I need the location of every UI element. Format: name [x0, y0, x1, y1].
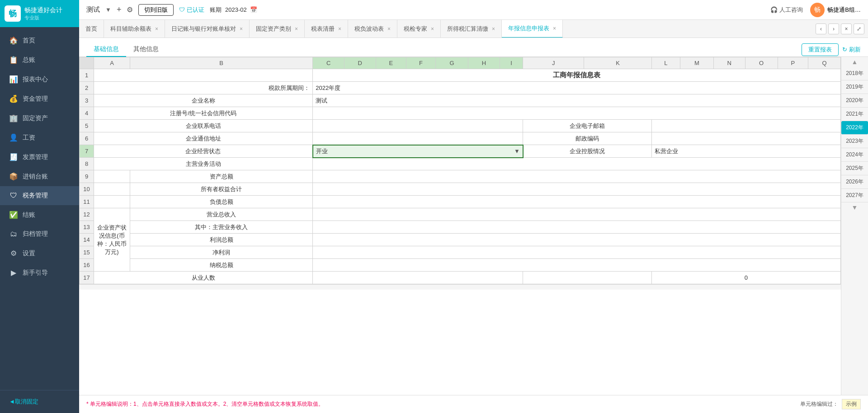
- spreadsheet-main[interactable]: A B C D E F G H I J K L: [79, 57, 841, 395]
- cell-4-value[interactable]: [313, 107, 841, 120]
- sidebar-item-报表中心[interactable]: 📊报表中心: [0, 70, 79, 89]
- tab-close-icon[interactable]: ×: [155, 26, 158, 32]
- year-2019[interactable]: 2019年: [841, 80, 868, 94]
- refresh-button[interactable]: ↻ 刷新: [842, 43, 861, 56]
- sidebar-item-发票管理[interactable]: 🧾发票管理: [0, 147, 79, 167]
- cell-11-value[interactable]: [313, 196, 841, 208]
- cell-6-right-value[interactable]: [651, 132, 840, 145]
- tab-expand-button[interactable]: ⤢: [854, 23, 864, 34]
- sidebar-item-资金管理[interactable]: 💰资金管理: [0, 89, 79, 108]
- switch-version-button[interactable]: 切到旧版: [138, 4, 174, 16]
- year-2025[interactable]: 2025年: [841, 162, 868, 175]
- cell-17-value[interactable]: [313, 272, 523, 284]
- cell-7-dropdown[interactable]: 开业 ▼: [313, 145, 523, 158]
- year-2022[interactable]: 2022年: [841, 121, 868, 135]
- tab-next-button[interactable]: ›: [828, 23, 839, 34]
- cell-3-value[interactable]: 测试: [313, 94, 841, 107]
- user-menu[interactable]: 畅 畅捷通B组…: [810, 3, 861, 17]
- tab-annual-report[interactable]: 年报信息申报表 ×: [502, 20, 563, 38]
- cell-9-A[interactable]: [94, 170, 130, 183]
- subtab-basic-info[interactable]: 基础信息: [86, 42, 126, 57]
- col-header-F[interactable]: F: [406, 57, 435, 69]
- year-2026[interactable]: 2026年: [841, 175, 868, 189]
- cell-14-value[interactable]: [313, 234, 841, 246]
- year-2024[interactable]: 2024年: [841, 148, 868, 162]
- scroll-down-button[interactable]: ▼: [841, 202, 868, 212]
- year-2020[interactable]: 2020年: [841, 94, 868, 108]
- col-header-I[interactable]: I: [500, 57, 523, 69]
- scroll-up-button[interactable]: ▲: [841, 57, 868, 67]
- sidebar-item-新手引导[interactable]: ▶新手引导: [0, 263, 79, 282]
- col-header-E[interactable]: E: [376, 57, 406, 69]
- cell-17-right[interactable]: 0: [651, 272, 840, 284]
- tab-tax-expert[interactable]: 税检专家 ×: [397, 20, 441, 38]
- col-header-M[interactable]: M: [680, 57, 713, 69]
- tab-journal-bank[interactable]: 日记账与银行对账单核对 ×: [165, 20, 250, 38]
- reset-report-button[interactable]: 重置报表: [802, 43, 839, 56]
- cell-2-value[interactable]: 2022年度: [313, 82, 841, 94]
- col-header-K[interactable]: K: [584, 57, 652, 69]
- col-header-B[interactable]: B: [130, 57, 313, 69]
- cell-13-value[interactable]: [313, 221, 841, 234]
- col-header-P[interactable]: P: [778, 57, 808, 69]
- sidebar-item-结账[interactable]: ✅结账: [0, 205, 79, 225]
- sidebar-item-首页[interactable]: 🏠首页: [0, 31, 79, 50]
- tab-close-icon[interactable]: ×: [553, 25, 556, 32]
- col-header-H[interactable]: H: [468, 57, 500, 69]
- cell-5-right-value[interactable]: [651, 120, 840, 132]
- tab-auxiliary-balance[interactable]: 科目辅助余额表 ×: [104, 20, 165, 38]
- cell-10-value[interactable]: [313, 183, 841, 196]
- add-icon[interactable]: +: [117, 5, 122, 14]
- col-header-L[interactable]: L: [651, 57, 680, 69]
- title-dropdown-icon[interactable]: ▼: [105, 6, 111, 13]
- sidebar-item-进销台账[interactable]: 📦进销台账: [0, 167, 79, 186]
- tab-fixed-assets-category[interactable]: 固定资产类别 ×: [250, 20, 305, 38]
- year-2023[interactable]: 2023年: [841, 135, 868, 148]
- sidebar-item-总账[interactable]: 📋总账: [0, 50, 79, 70]
- tab-close-icon[interactable]: ×: [387, 26, 391, 32]
- tab-close-icon[interactable]: ×: [492, 26, 495, 32]
- cell-11-A[interactable]: [94, 196, 130, 208]
- subtab-other-info[interactable]: 其他信息: [126, 42, 166, 57]
- cell-15-value[interactable]: [313, 246, 841, 259]
- col-header-D[interactable]: D: [344, 57, 376, 69]
- tab-close-icon[interactable]: ×: [431, 26, 434, 32]
- cell-5-value[interactable]: [313, 120, 523, 132]
- horizontal-scroll[interactable]: [79, 284, 841, 290]
- cell-7-right-value[interactable]: 私营企业: [651, 145, 840, 158]
- tab-tax-fluctuation[interactable]: 税负波动表 ×: [348, 20, 397, 38]
- cell-12-value[interactable]: [313, 208, 841, 221]
- col-header-J[interactable]: J: [523, 57, 584, 69]
- tab-prev-button[interactable]: ‹: [816, 23, 826, 34]
- sidebar-item-固定资产[interactable]: 🏢固定资产: [0, 108, 79, 128]
- cell-9-value[interactable]: [313, 170, 841, 183]
- consult-button[interactable]: 🎧 人工咨询: [770, 6, 803, 14]
- year-2027[interactable]: 2027年: [841, 189, 868, 202]
- settings-icon[interactable]: ⚙: [127, 5, 133, 14]
- calendar-icon[interactable]: 📅: [250, 6, 257, 13]
- col-header-G[interactable]: G: [436, 57, 468, 69]
- sidebar-item-工资[interactable]: 👤工资: [0, 128, 79, 147]
- cell-1-AB[interactable]: [94, 69, 313, 82]
- col-header-Q[interactable]: Q: [808, 57, 840, 69]
- sidebar-item-税务管理[interactable]: 🛡税务管理: [0, 186, 79, 205]
- year-2021[interactable]: 2021年: [841, 108, 868, 121]
- col-header-A[interactable]: A: [94, 57, 130, 69]
- cell-6-value[interactable]: [313, 132, 523, 145]
- cell-1-title[interactable]: 工商年报信息表: [313, 69, 841, 82]
- sidebar-item-设置[interactable]: ⚙设置: [0, 244, 79, 263]
- col-header-O[interactable]: O: [745, 57, 778, 69]
- cell-17-mid[interactable]: [523, 272, 652, 284]
- cell-10-A[interactable]: [94, 183, 130, 196]
- dropdown-arrow-icon[interactable]: ▼: [514, 148, 520, 155]
- sidebar-fix-button[interactable]: ◄取消固定: [5, 395, 75, 408]
- cell-8-value[interactable]: [313, 158, 841, 170]
- tab-income-tax[interactable]: 所得税汇算清缴 ×: [441, 20, 502, 38]
- tab-home[interactable]: 首页: [79, 20, 104, 38]
- tab-close-all-button[interactable]: ×: [841, 23, 852, 34]
- tab-tax-table[interactable]: 税表清册 ×: [305, 20, 348, 38]
- tab-close-icon[interactable]: ×: [240, 26, 243, 32]
- cell-16-value[interactable]: [313, 259, 841, 272]
- sidebar-item-归档管理[interactable]: 🗂归档管理: [0, 225, 79, 244]
- col-header-C[interactable]: C: [313, 57, 344, 69]
